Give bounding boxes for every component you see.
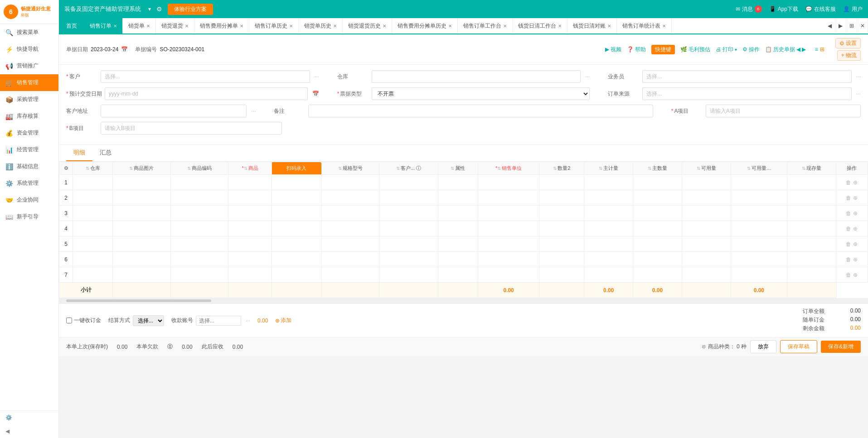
warehouse-input[interactable]: 成品库	[372, 70, 581, 83]
row-spec-2[interactable]	[321, 190, 379, 206]
row-attr-5[interactable]	[438, 236, 478, 252]
sidebar-collapse[interactable]: ◀	[0, 424, 58, 438]
row-custref-7[interactable]	[379, 267, 438, 283]
sidebar-item-11[interactable]: 📖新手引导	[0, 208, 58, 225]
row-code-4[interactable]	[170, 221, 228, 236]
one-click-input[interactable]	[66, 318, 72, 323]
tab-detail[interactable]: 明细	[66, 145, 92, 161]
history-btn[interactable]: 📋 历史单据 ◀ ▶	[765, 46, 806, 53]
sidebar-item-6[interactable]: 💰资金管理	[0, 125, 58, 141]
invoice-type-select[interactable]: 不开票	[372, 87, 590, 100]
tab-item-4[interactable]: 销售订单历史✕	[249, 18, 299, 34]
col-mainqty-header[interactable]: 主数量	[633, 162, 682, 175]
sidebar-item-7[interactable]: 📊经营管理	[0, 141, 58, 158]
scroll-thumb[interactable]	[66, 299, 211, 302]
row-unit-1[interactable]	[478, 175, 539, 190]
tab-close-7[interactable]: ✕	[448, 24, 452, 29]
row-spec-1[interactable]	[321, 175, 379, 190]
tab-close-11[interactable]: ✕	[662, 24, 666, 29]
row-avail2-7[interactable]	[731, 267, 787, 283]
row-avail-6[interactable]	[682, 252, 731, 267]
row-warehouse-1[interactable]	[73, 175, 113, 190]
one-click-checkbox[interactable]: 一键收订金	[66, 317, 101, 324]
account-more-icon[interactable]: ···	[246, 318, 250, 324]
tab-close-9[interactable]: ✕	[558, 24, 562, 29]
tab-close-10[interactable]: ✕	[607, 24, 611, 29]
col-spec-header[interactable]: 规格型号	[321, 162, 379, 175]
tab-item-2[interactable]: 销货退货✕	[156, 18, 194, 34]
order-source-more-icon[interactable]: ···	[856, 91, 861, 97]
row-avail2-6[interactable]	[731, 252, 787, 267]
payment-method-select[interactable]: 选择...	[133, 315, 164, 326]
save-draft-button[interactable]: 保存草稿	[780, 340, 817, 353]
row-unit-2[interactable]	[478, 190, 539, 206]
row-delete-icon-2[interactable]: 🗑	[846, 195, 851, 201]
row-image-7[interactable]	[113, 267, 171, 283]
address-input[interactable]	[101, 105, 247, 117]
tab-close-0[interactable]: ✕	[113, 24, 117, 29]
row-spec-7[interactable]	[321, 267, 379, 283]
row-mainqty-1[interactable]	[633, 175, 682, 190]
message-btn[interactable]: ✉ 消息 6	[736, 5, 762, 13]
row-scan-1[interactable]	[272, 175, 321, 190]
col-stock-header[interactable]: 现存量	[787, 162, 836, 175]
col-settings-header[interactable]: ⚙	[59, 162, 73, 175]
row-mainqty-6[interactable]	[633, 252, 682, 267]
tab-item-9[interactable]: 钱货日清工作台✕	[513, 18, 567, 34]
row-delete-icon-3[interactable]: 🗑	[846, 210, 851, 217]
row-qty2-3[interactable]	[539, 206, 584, 221]
settings-btn[interactable]: ⚙ 设置	[835, 38, 861, 48]
row-code-7[interactable]	[170, 267, 228, 283]
row-code-5[interactable]	[170, 236, 228, 252]
row-stock-7[interactable]	[787, 267, 836, 283]
sidebar-item-9[interactable]: ⚙️系统管理	[0, 175, 58, 192]
row-scan-4[interactable]	[272, 221, 321, 236]
row-qty2-7[interactable]	[539, 267, 584, 283]
row-mainqty-3[interactable]	[633, 206, 682, 221]
row-scan-2[interactable]	[272, 190, 321, 206]
tab-prev-btn[interactable]: ◀	[824, 18, 835, 34]
remarks-input[interactable]	[308, 105, 653, 117]
row-copy-icon-3[interactable]: ⊕	[853, 210, 858, 217]
row-product-2[interactable]	[228, 190, 272, 206]
online-service-btn[interactable]: 💬 在线客服	[805, 5, 836, 13]
row-spec-5[interactable]	[321, 236, 379, 252]
b-project-input[interactable]	[101, 122, 282, 135]
customer-input[interactable]	[101, 70, 310, 83]
row-attr-2[interactable]	[438, 190, 478, 206]
app-download-btn[interactable]: 📱 App下载	[769, 5, 798, 13]
row-code-6[interactable]	[170, 252, 228, 267]
row-image-6[interactable]	[113, 252, 171, 267]
tab-item-6[interactable]: 销货退货历史✕	[343, 18, 392, 34]
row-spec-4[interactable]	[321, 221, 379, 236]
customer-more-icon[interactable]: ···	[315, 73, 319, 80]
row-stock-6[interactable]	[787, 252, 836, 267]
row-avail2-5[interactable]	[731, 236, 787, 252]
tab-close-6[interactable]: ✕	[383, 24, 386, 29]
sidebar-item-2[interactable]: 📢营销推广	[0, 58, 58, 74]
row-product-4[interactable]	[228, 221, 272, 236]
tab-close-4[interactable]: ✕	[289, 24, 293, 29]
row-code-3[interactable]	[170, 206, 228, 221]
row-delete-icon-5[interactable]: 🗑	[846, 241, 851, 247]
col-warehouse-header[interactable]: 仓库	[73, 162, 113, 175]
row-avail-3[interactable]	[682, 206, 731, 221]
account-input[interactable]	[196, 316, 241, 326]
tab-close-8[interactable]: ✕	[503, 24, 507, 29]
row-warehouse-3[interactable]	[73, 206, 113, 221]
tab-next-btn[interactable]: ▶	[835, 18, 846, 34]
tab-more-btn[interactable]: ⊞	[846, 18, 857, 34]
sidebar-item-1[interactable]: ⚡快捷导航	[0, 41, 58, 58]
row-image-1[interactable]	[113, 175, 171, 190]
row-scan-7[interactable]	[272, 267, 321, 283]
row-copy-icon-6[interactable]: ⊕	[853, 256, 858, 263]
col-custref-header[interactable]: 客户... ⓘ	[379, 162, 438, 175]
row-attr-1[interactable]	[438, 175, 478, 190]
row-mainunit-4[interactable]	[584, 221, 633, 236]
row-unit-6[interactable]	[478, 252, 539, 267]
row-custref-6[interactable]	[379, 252, 438, 267]
row-qty2-4[interactable]	[539, 221, 584, 236]
save-new-button[interactable]: 保存&新增	[821, 341, 861, 353]
sidebar-item-5[interactable]: 🏭库存核算	[0, 108, 58, 125]
row-stock-1[interactable]	[787, 175, 836, 190]
